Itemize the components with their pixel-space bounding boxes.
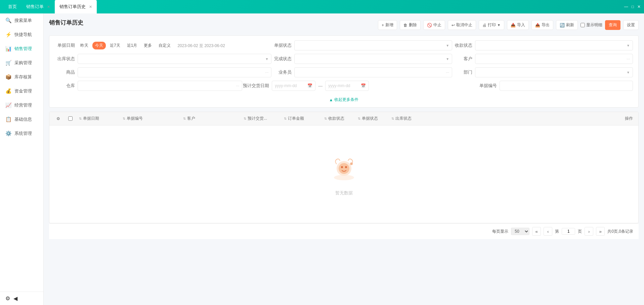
filter-cell-complete: 完成状态 ▼ [271,54,452,64]
total-text: 共0页,0条记录 [607,229,633,234]
query-button[interactable]: 查询 [605,20,620,30]
delivery-date-start[interactable]: yyyy-mm-dd 📅 [272,81,315,91]
col-order-amount[interactable]: ⇅ 订单金额 [281,116,321,121]
empty-illustration [327,152,361,186]
date-pill-custom[interactable]: 自定义 [156,42,173,49]
tab-sales-order-history-close[interactable]: ✕ [89,5,92,9]
complete-arrow-icon: ▼ [446,57,449,61]
delivery-date-label: 预计交货日期 [242,83,269,89]
salesman-input[interactable]: ··· [294,67,452,77]
cancel-stop-icon: ↩ [452,23,455,28]
date-pill-today[interactable]: 今天 [92,42,106,49]
col-customer[interactable]: ⇅ 客户 [180,116,241,121]
table-header: ⚙ ⇅ 单据日期 ⇅ 单据编号 ⇅ 客户 ⇅ [49,112,638,125]
last-page-btn[interactable]: » [596,227,605,236]
print-button[interactable]: 🖨 打印 ▼ [479,20,504,30]
import-button[interactable]: 📥 导入 [507,20,529,30]
outstock-status-label: 出库状态 [55,56,75,62]
export-button[interactable]: 📤 导出 [531,20,553,30]
tab-home[interactable]: 首页 [3,0,22,13]
print-arrow-icon: ▼ [497,23,501,27]
bill-status-select[interactable]: ▼ [294,40,452,50]
bill-date-label: 单据日期 [55,42,75,48]
sidebar-collapse-icon[interactable]: ◀ [13,295,17,302]
col-bill-status[interactable]: ⇅ 单据状态 [355,116,389,121]
sidebar-settings-icon[interactable]: ⚙ [5,295,10,302]
top-bar-minimize[interactable]: — [624,4,628,9]
stop-button[interactable]: 🚫 中止 [423,20,445,30]
refresh-button[interactable]: 🔄 刷新 [556,20,578,30]
add-button[interactable]: + 新增 [378,20,397,30]
calendar-end-icon: 📅 [361,83,366,88]
add-icon: + [382,23,384,28]
sort-icon-billno: ⇅ [123,117,125,120]
purchase-mgmt-icon: 🛒 [5,60,12,66]
receipt-status-select[interactable]: ▼ [475,40,633,50]
top-bar-close[interactable]: ✕ [637,4,641,9]
select-all-checkbox[interactable] [68,116,73,121]
sidebar-item-fund-mgmt[interactable]: 💰 资金管理 [0,84,43,98]
col-receipt-status[interactable]: ⇅ 收款状态 [321,116,355,121]
col-bill-date[interactable]: ⇅ 单据日期 [76,116,120,121]
sidebar-item-sales-mgmt[interactable]: 📊 销售管理 [0,42,43,56]
sidebar-item-system-mgmt[interactable]: ⚙️ 系统管理 [0,126,43,141]
date-pill-last7[interactable]: 近7天 [107,42,123,49]
product-input[interactable]: ··· [78,67,271,77]
salesman-more-icon: ··· [446,70,449,75]
page-size-label: 每页显示 [492,229,508,234]
sidebar-item-purchase-mgmt-label: 采购管理 [14,60,32,66]
page-number-input[interactable] [562,228,575,235]
date-pill-more[interactable]: 更多 [141,42,155,49]
tab-sales-order[interactable]: 销售订单 ✕ [22,0,55,13]
dept-select[interactable]: ▼ [475,67,633,77]
sidebar-item-basic-info[interactable]: 📋 基础信息 [0,112,43,126]
col-bill-no-label: 单据编号 [127,116,143,121]
col-bill-no[interactable]: ⇅ 单据编号 [120,116,180,121]
bill-no-input[interactable] [500,81,633,91]
complete-status-select[interactable]: ▼ [294,54,452,64]
inventory-check-icon: 📦 [5,74,12,80]
col-gear[interactable]: ⚙ [52,116,64,121]
sales-mgmt-icon: 📊 [5,46,12,52]
sidebar-item-purchase-mgmt[interactable]: 🛒 采购管理 [0,56,43,70]
tab-sales-order-close[interactable]: ✕ [47,5,50,9]
search-menu-icon: 🔍 [5,17,12,24]
cancel-stop-label: 取消中止 [456,22,472,28]
tab-sales-order-history-label: 销售订单历史 [59,4,86,10]
warehouse-input[interactable]: ··· [78,81,242,91]
date-pill-yesterday[interactable]: 昨天 [78,42,91,49]
sidebar-item-operation-mgmt[interactable]: 📈 经营管理 [0,98,43,112]
delete-button[interactable]: 🗑 删除 [400,20,421,30]
svg-point-5 [350,162,353,165]
sidebar-item-search-menu-label: 搜索菜单 [14,17,32,24]
customer-input[interactable]: ··· [475,54,633,64]
col-delivery-date[interactable]: ⇅ 预计交货... [241,116,281,121]
next-page-btn[interactable]: › [585,227,593,236]
show-detail-checkbox[interactable] [581,23,585,27]
sidebar-item-sales-mgmt-label: 销售管理 [14,46,32,52]
collapse-btn[interactable]: ▲ 收起更多条件 [329,97,359,103]
top-bar-maximize[interactable]: □ [632,4,634,9]
settings-button[interactable]: 设置 [623,20,639,30]
sidebar-item-inventory-check[interactable]: 📦 库存核算 [0,70,43,84]
first-page-btn[interactable]: « [532,227,541,236]
tab-home-label: 首页 [8,4,17,10]
col-amount-label: 订单金额 [288,116,304,121]
filter-cell-salesman: 业务员 ··· [271,67,452,77]
sidebar-item-quick-nav[interactable]: ⚡ 快捷导航 [0,28,43,42]
collapse-label: 收起更多条件 [334,97,358,103]
sidebar-item-search-menu[interactable]: 🔍 搜索菜单 [0,13,43,28]
gear-icon: ⚙ [56,116,60,121]
outstock-status-select[interactable]: ▼ [78,54,271,64]
show-detail-checkbox-wrapper[interactable]: 显示明细 [581,22,602,28]
col-checkbox[interactable] [64,116,76,121]
prev-page-btn[interactable]: ‹ [544,227,552,236]
col-outstock-status[interactable]: ⇅ 出库状态 [389,116,422,121]
date-pill-last1m[interactable]: 近1月 [124,42,140,49]
cancel-stop-button[interactable]: ↩ 取消中止 [448,20,476,30]
filter-cell-outstock: 出库状态 ▼ [55,54,271,64]
page-size-select[interactable]: 10 20 50 100 [511,228,529,235]
delivery-date-end[interactable]: yyyy-mm-dd 📅 [325,81,369,91]
col-ops-label: 操作 [625,116,633,121]
tab-sales-order-history[interactable]: 销售订单历史 ✕ [55,0,97,13]
